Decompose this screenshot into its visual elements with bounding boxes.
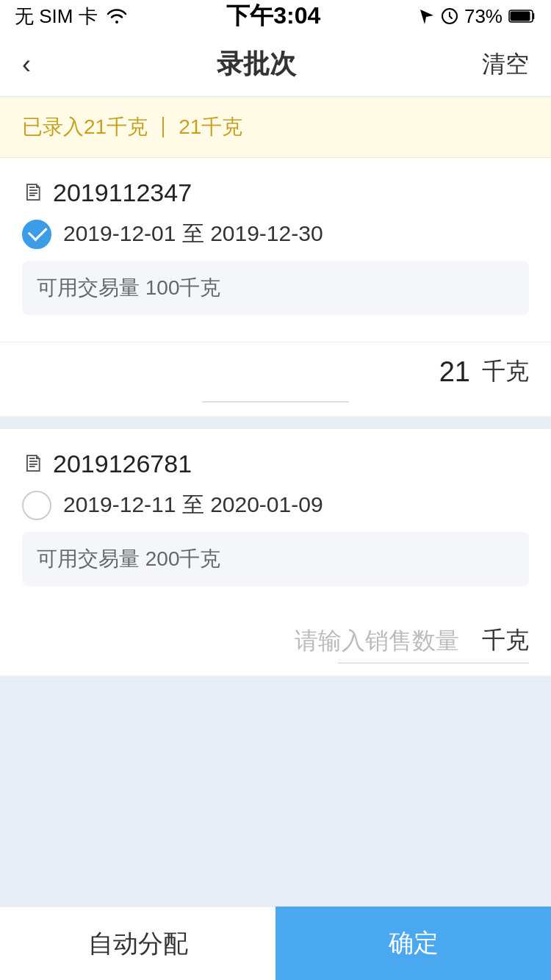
batch-1-header: 🖹 2019112347: [22, 179, 529, 207]
svg-rect-2: [510, 12, 530, 21]
batch-2-input-wrap: 千克: [0, 613, 551, 675]
status-left: 无 SIM 卡: [15, 4, 129, 29]
batch-1-qty-row: 21 千克: [0, 342, 551, 401]
batch-2-unit: 千克: [482, 624, 529, 657]
batch-1-section-divider: [202, 401, 349, 403]
batch-1-qty-unit: 千克: [482, 356, 529, 388]
status-time: 下午3:04: [226, 0, 320, 32]
auto-distribute-button[interactable]: 自动分配: [0, 907, 276, 980]
batch-2-header: 🖹 2019126781: [22, 450, 529, 478]
page-title: 录批次: [217, 46, 296, 82]
batch-2-row: 2019-12-11 至 2020-01-09: [22, 490, 529, 520]
batch-2-radio[interactable]: [22, 491, 51, 520]
clock-icon: [441, 7, 458, 25]
status-bar: 无 SIM 卡 下午3:04 73%: [0, 0, 551, 32]
confirm-button[interactable]: 确定: [276, 907, 551, 980]
bottom-bar: 自动分配 确定: [0, 907, 551, 980]
batch-2-input-row: 千克: [22, 624, 529, 657]
batch-1-icon: 🖹: [22, 181, 44, 206]
batch-1-radio[interactable]: [22, 220, 51, 249]
wifi-icon: [105, 7, 129, 25]
batch-1-avail: 可用交易量 100千克: [37, 276, 221, 299]
battery-icon: [508, 9, 536, 24]
summary-banner: 已录入21千克 21千克: [0, 97, 551, 158]
batch-1-divider-wrap: [0, 401, 551, 416]
batch-2-date: 2019-12-11 至 2020-01-09: [63, 490, 323, 520]
content-area: 🖹 2019112347 2019-12-01 至 2019-12-30 可用交…: [0, 158, 551, 980]
batch-2-id: 2019126781: [53, 450, 192, 478]
battery-text: 73%: [464, 5, 503, 28]
clear-button[interactable]: 清空: [482, 48, 529, 81]
batch-card-1: 🖹 2019112347 2019-12-01 至 2019-12-30 可用交…: [0, 158, 551, 416]
summary-divider: [162, 117, 164, 137]
batch-card-2-inner: 🖹 2019126781 2019-12-11 至 2020-01-09 可用交…: [0, 429, 551, 613]
total-amount: 21千克: [179, 113, 242, 141]
section-gap-1: [0, 417, 551, 429]
back-button[interactable]: ‹: [22, 49, 31, 80]
batch-1-date: 2019-12-01 至 2019-12-30: [63, 219, 323, 249]
recorded-amount: 已录入21千克: [22, 113, 148, 141]
batch-card-2: 🖹 2019126781 2019-12-11 至 2020-01-09 可用交…: [0, 429, 551, 675]
batch-2-qty-input[interactable]: [220, 627, 470, 655]
carrier-text: 无 SIM 卡: [15, 4, 98, 29]
batch-2-avail: 可用交易量 200千克: [37, 547, 221, 570]
batch-1-row: 2019-12-01 至 2019-12-30: [22, 219, 529, 249]
location-icon: [419, 8, 435, 24]
status-right: 73%: [419, 5, 536, 28]
batch-1-avail-box: 可用交易量 100千克: [22, 261, 529, 315]
page-wrapper: 无 SIM 卡 下午3:04 73%: [0, 0, 551, 980]
nav-bar: ‹ 录批次 清空: [0, 32, 551, 97]
batch-1-qty-value: 21: [439, 356, 470, 388]
batch-2-underline: [338, 663, 529, 663]
batch-2-avail-box: 可用交易量 200千克: [22, 532, 529, 586]
batch-2-icon: 🖹: [22, 452, 44, 477]
batch-card-1-inner: 🖹 2019112347 2019-12-01 至 2019-12-30 可用交…: [0, 158, 551, 342]
batch-1-id: 2019112347: [53, 179, 192, 207]
